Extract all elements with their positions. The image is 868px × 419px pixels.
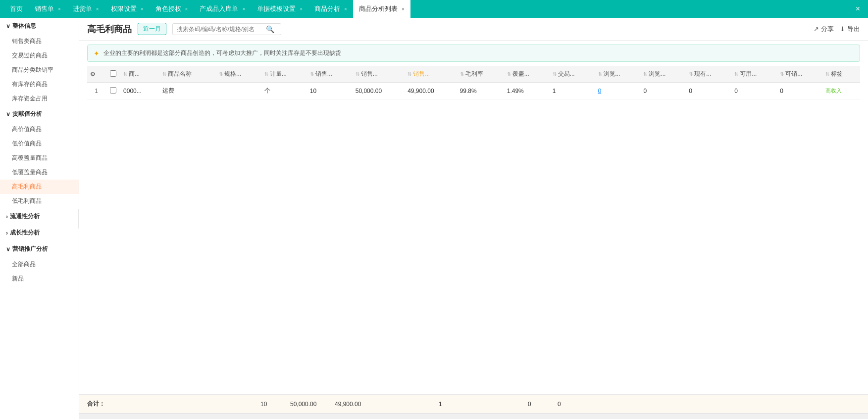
summary-label: 合计： [87, 400, 105, 408]
col-gross-margin[interactable]: 毛利率 [457, 66, 504, 83]
tab-product-analysis-list[interactable]: 商品分析列表 × [353, 0, 410, 18]
select-all-checkbox[interactable] [110, 70, 116, 77]
close-tab-inbound[interactable]: × [242, 6, 245, 12]
col-spec[interactable]: 规格... [216, 66, 261, 83]
sidebar-item-new-goods[interactable]: 新品 [0, 272, 79, 286]
tab-inbound[interactable]: 产成品入库单 × [194, 0, 251, 18]
share-icon: ↗ [814, 25, 819, 33]
col-sale-amount[interactable]: 销售... [353, 66, 405, 83]
sidebar-item-in-stock[interactable]: 有库存的商品 [0, 77, 79, 92]
table-header-row: ⚙ 商... 商品名称 规格... 计量... 销售... 销售... 销售..… [87, 66, 860, 83]
tag-badge: 高收入 [825, 88, 842, 93]
cell-available-stock: 0 [731, 83, 777, 99]
share-button[interactable]: ↗ 分享 [814, 25, 834, 34]
main-area: « ∨ 整体信息 销售类商品 交易过的商品 商品分类助销率 有库存的商品 库存资… [0, 18, 868, 419]
col-setting[interactable]: ⚙ [87, 66, 105, 83]
close-all-tabs[interactable]: × [852, 4, 864, 13]
row-checkbox[interactable] [110, 87, 116, 93]
row-number: 1 [87, 83, 105, 99]
cell-saleable-stock: 0 [777, 83, 822, 99]
col-unit[interactable]: 计量... [261, 66, 307, 83]
search-input[interactable] [177, 26, 266, 33]
summary-sale-qty: 10 [257, 401, 287, 408]
close-tab-product-analysis[interactable]: × [344, 6, 347, 12]
table-row: 1 0000... 运费 个 10 50,000.00 49,900.00 99… [87, 83, 860, 99]
tab-purchase[interactable]: 进货单 × [67, 0, 105, 18]
sidebar: « ∨ 整体信息 销售类商品 交易过的商品 商品分类助销率 有库存的商品 库存资… [0, 18, 79, 419]
footer-summary: 合计： 10 50,000.00 49,900.00 1 0 0 [79, 394, 868, 413]
sidebar-item-high-value[interactable]: 高价值商品 [0, 122, 79, 137]
col-code[interactable]: 商... [120, 66, 159, 83]
col-view2[interactable]: 浏览... [640, 66, 686, 83]
col-saleable-stock[interactable]: 可销... [777, 66, 822, 83]
info-banner: ✦ 企业的主要的利润都是这部分商品创造的，可考虑加大推广，同时关注库存是不要出现… [87, 45, 860, 62]
tab-templates[interactable]: 单据模板设置 × [251, 0, 308, 18]
col-tag[interactable]: 标签 [822, 66, 860, 83]
content-header: 高毛利商品 近一月 🔍 ↗ 分享 ⤓ 导出 [79, 18, 868, 41]
tab-home[interactable]: 首页 [4, 0, 29, 18]
cell-transaction: 1 [550, 83, 595, 99]
summary-transaction: 1 [436, 401, 465, 408]
cell-gross-margin: 99.8% [457, 83, 504, 99]
sidebar-item-category-rate[interactable]: 商品分类助销率 [0, 63, 79, 77]
summary-sale-amount: 50,000.00 [287, 401, 332, 408]
table-container: ⚙ 商... 商品名称 规格... 计量... 销售... 销售... 销售..… [79, 66, 868, 394]
col-transaction[interactable]: 交易... [550, 66, 595, 83]
sidebar-item-stock-capital[interactable]: 库存资金占用 [0, 92, 79, 106]
cell-name: 运费 [159, 83, 216, 99]
sidebar-item-traded-goods[interactable]: 交易过的商品 [0, 48, 79, 63]
products-table: ⚙ 商... 商品名称 规格... 计量... 销售... 销售... 销售..… [87, 66, 860, 99]
sidebar-group-growth[interactable]: › 成长性分析 [0, 225, 79, 241]
close-tab-templates[interactable]: × [300, 6, 303, 12]
sidebar-group-liquidity[interactable]: › 流通性分析 [0, 208, 79, 225]
cell-sale-profit: 49,900.00 [405, 83, 457, 99]
sidebar-collapse-button[interactable]: « [78, 209, 79, 229]
search-box: 🔍 [172, 23, 281, 35]
tab-product-analysis[interactable]: 商品分析 × [308, 0, 353, 18]
tab-permissions[interactable]: 权限设置 × [105, 0, 150, 18]
col-name[interactable]: 商品名称 [159, 66, 216, 83]
sidebar-item-high-margin[interactable]: 高毛利商品 [0, 180, 79, 194]
tab-sales[interactable]: 销售单 × [29, 0, 67, 18]
sidebar-item-low-coverage[interactable]: 低覆盖量商品 [0, 165, 79, 180]
export-button[interactable]: ⤓ 导出 [840, 25, 860, 34]
close-tab-sales[interactable]: × [58, 6, 61, 12]
cell-sale-amount: 50,000.00 [353, 83, 405, 99]
col-checkbox [105, 66, 120, 83]
col-current-stock[interactable]: 现有... [686, 66, 731, 83]
sidebar-item-sales-goods[interactable]: 销售类商品 [0, 34, 79, 48]
cell-current-stock: 0 [686, 83, 731, 99]
sidebar-item-all-goods[interactable]: 全部商品 [0, 257, 79, 272]
cell-coverage: 1.49% [504, 83, 550, 99]
cell-view2: 0 [640, 83, 686, 99]
close-tab-roles[interactable]: × [185, 6, 188, 12]
search-icon[interactable]: 🔍 [266, 25, 274, 33]
row-checkbox-cell [105, 83, 120, 99]
sidebar-item-high-coverage[interactable]: 高覆盖量商品 [0, 151, 79, 165]
horizontal-scrollbar[interactable] [79, 413, 868, 419]
cell-view1[interactable]: 0 [595, 83, 641, 99]
col-sale-qty[interactable]: 销售... [307, 66, 353, 83]
col-sale-profit[interactable]: 销售... [405, 66, 457, 83]
sidebar-group-overall[interactable]: ∨ 整体信息 [0, 18, 79, 34]
info-icon: ✦ [94, 49, 100, 57]
col-available-stock[interactable]: 可用... [731, 66, 777, 83]
close-tab-permissions[interactable]: × [141, 6, 144, 12]
col-coverage[interactable]: 覆盖... [504, 66, 550, 83]
content-area: 高毛利商品 近一月 🔍 ↗ 分享 ⤓ 导出 ✦ 企业的主要的利润都是这部分商品创… [79, 18, 868, 419]
page-title: 高毛利商品 [87, 23, 132, 35]
sidebar-item-low-value[interactable]: 低价值商品 [0, 137, 79, 151]
sidebar-group-contribution[interactable]: ∨ 贡献值分析 [0, 106, 79, 122]
close-tab-product-analysis-list[interactable]: × [402, 6, 405, 12]
close-tab-purchase[interactable]: × [96, 6, 99, 12]
tab-roles[interactable]: 角色授权 × [150, 0, 194, 18]
col-view1[interactable]: 浏览... [595, 66, 641, 83]
summary-available-stock: 0 [555, 401, 584, 408]
sidebar-item-low-margin[interactable]: 低毛利商品 [0, 194, 79, 208]
cell-spec [216, 83, 261, 99]
export-icon: ⤓ [840, 25, 845, 33]
cell-unit: 个 [261, 83, 307, 99]
info-text: 企业的主要的利润都是这部分商品创造的，可考虑加大推广，同时关注库存是不要出现缺货 [103, 49, 341, 57]
filter-period-button[interactable]: 近一月 [138, 23, 166, 35]
sidebar-group-marketing[interactable]: ∨ 营销推广分析 [0, 241, 79, 257]
